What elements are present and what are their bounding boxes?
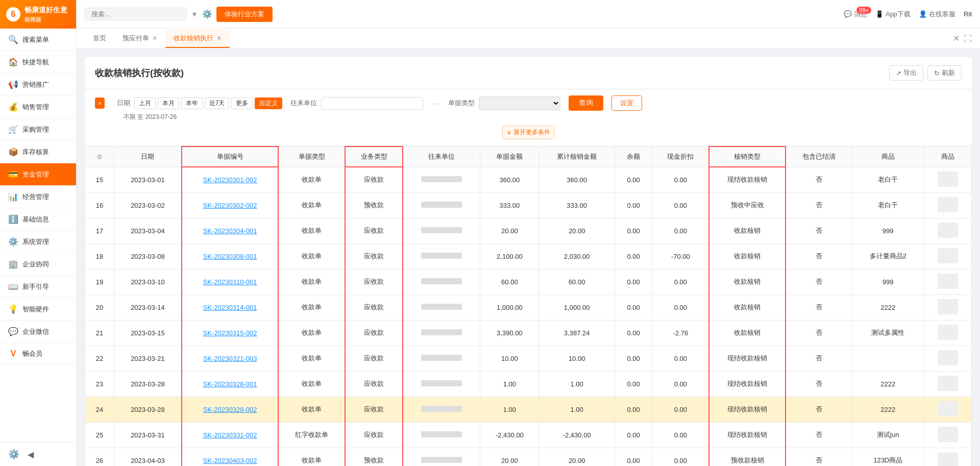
- table-scroll[interactable]: ⚙ 日期 单据编号 单据类型 业务类型 往来单位 单据金额 累计核销金额 余额 …: [85, 146, 972, 466]
- doc-no-link[interactable]: SK-20230403-002: [203, 457, 257, 464]
- th-settings[interactable]: ⚙: [85, 146, 114, 167]
- cell-doc-type: 收款单: [278, 243, 345, 269]
- setting-button[interactable]: 设置: [611, 95, 642, 111]
- filter-doctype-select[interactable]: [479, 96, 560, 110]
- doc-no-link[interactable]: SK-20230304-001: [203, 227, 257, 235]
- expand-conditions-btn[interactable]: ∨ 展开更多条件: [502, 126, 555, 139]
- filter-partner-input[interactable]: [321, 97, 423, 110]
- cell-product1: 999: [852, 269, 924, 295]
- cell-acc-amount: 20.00: [539, 218, 615, 243]
- collapse-arrow[interactable]: »: [95, 97, 105, 109]
- cell-partner: [403, 295, 480, 320]
- sidebar-item-operation[interactable]: 📊 经营管理: [0, 186, 76, 208]
- cell-amount: 360.00: [480, 167, 539, 192]
- doc-no-link[interactable]: SK-20230301-002: [203, 176, 257, 184]
- filter-custom-btn[interactable]: 自定义: [255, 97, 282, 109]
- sidebar-item-enterprise[interactable]: 🏢 企业协同: [0, 253, 76, 276]
- tab-prepay[interactable]: 预应付单 ✕: [114, 30, 165, 48]
- cell-balance: 0.00: [615, 192, 652, 218]
- filter-curr-year-btn[interactable]: 本年: [181, 97, 203, 109]
- cell-no: 17: [85, 218, 114, 243]
- filter-prev-month-btn[interactable]: 上月: [134, 97, 156, 109]
- cell-biz-type: 应收款: [345, 243, 402, 269]
- export-button[interactable]: ↗ 导出: [889, 65, 923, 81]
- doc-no-link[interactable]: SK-20230314-001: [203, 304, 257, 311]
- cell-balance: 0.00: [615, 218, 652, 243]
- tab-home[interactable]: 首页: [85, 30, 114, 48]
- sidebar-item-sales[interactable]: 💰 销售管理: [0, 96, 76, 118]
- sidebar-label-search: 搜索菜单: [22, 35, 49, 44]
- cell-amount: 1.00: [480, 371, 539, 397]
- sidebar-item-quick-nav[interactable]: 🏠 快捷导航: [0, 51, 76, 73]
- table-row: 18 2023-03-08 SK-20230308-001 收款单 应收款 2,…: [85, 243, 972, 269]
- cell-biz-type: 应收款: [345, 167, 402, 192]
- cell-doc-no: SK-20230315-002: [182, 320, 278, 346]
- doc-no-link[interactable]: SK-20230328-002: [203, 406, 257, 413]
- cell-balance: 0.00: [615, 371, 652, 397]
- col-settings-icon[interactable]: ⚙: [96, 153, 103, 161]
- message-badge[interactable]: 💬 消息 99+: [844, 10, 867, 19]
- tabbar-fullscreen-icon[interactable]: ⛶: [964, 34, 972, 43]
- filter-curr-month-btn[interactable]: 本月: [158, 97, 179, 109]
- tab-collection-close[interactable]: ✕: [216, 35, 222, 42]
- operation-icon: 📊: [8, 192, 18, 202]
- sidebar-item-system[interactable]: ⚙️ 系统管理: [0, 231, 76, 253]
- doc-no-link[interactable]: SK-20230321-003: [203, 355, 257, 362]
- th-acc-amount: 累计核销金额: [539, 146, 615, 167]
- doc-no-link[interactable]: SK-20230315-002: [203, 329, 257, 337]
- page-title: 收款核销执行(按收款): [95, 67, 184, 79]
- cell-product1: 999: [852, 218, 924, 243]
- app-download[interactable]: 📱 App下载: [875, 10, 911, 19]
- sidebar-item-marketing[interactable]: 📢 营销推广: [0, 73, 76, 96]
- topbar-search-input[interactable]: [85, 8, 187, 20]
- cell-date: 2023-03-02: [114, 192, 182, 218]
- cell-balance: 0.00: [615, 448, 652, 466]
- cell-balance: 0.00: [615, 397, 652, 422]
- query-button[interactable]: 查询: [569, 95, 603, 111]
- online-service[interactable]: 👤 在线客服: [919, 10, 955, 19]
- cell-discount: 0.00: [652, 422, 709, 448]
- cell-verify-type: 收款核销: [709, 243, 786, 269]
- sidebar-item-hardware[interactable]: 💡 智能硬件: [0, 298, 76, 321]
- sidebar-item-wechat[interactable]: 💬 企业微信: [0, 321, 76, 343]
- sidebar-item-search[interactable]: 🔍 搜索菜单: [0, 29, 76, 51]
- sidebar-item-guide[interactable]: 📖 新手引导: [0, 276, 76, 298]
- cell-acc-amount: 2,030.00: [539, 243, 615, 269]
- sidebar-label-quick-nav: 快捷导航: [22, 58, 49, 67]
- sidebar-settings-icon[interactable]: ⚙️: [8, 449, 19, 460]
- doc-no-link[interactable]: SK-20230310-001: [203, 278, 257, 286]
- message-count: 99+: [856, 7, 871, 14]
- sidebar-item-purchase[interactable]: 🛒 采购管理: [0, 118, 76, 141]
- sidebar-item-finance[interactable]: 💳 资金管理: [0, 163, 76, 186]
- cell-amount: 60.00: [480, 269, 539, 295]
- doc-no-link[interactable]: SK-20230302-002: [203, 202, 257, 209]
- filter-more-btn[interactable]: 更多: [231, 97, 253, 109]
- sidebar-item-inventory[interactable]: 📦 库存核算: [0, 141, 76, 163]
- filter-7days-btn[interactable]: 近7天: [205, 97, 230, 109]
- refresh-button[interactable]: ↻ 刷新: [927, 65, 962, 81]
- cell-product1: 2222: [852, 295, 924, 320]
- cell-doc-type: 收款单: [278, 167, 345, 192]
- doc-no-link[interactable]: SK-20230308-001: [203, 253, 257, 260]
- cell-doc-type: 收款单: [278, 192, 345, 218]
- sidebar-item-vip[interactable]: V 畅会员: [0, 343, 76, 365]
- th-partner: 往来单位: [403, 146, 480, 167]
- filter-area: » 日期 上月 本月 本年 近7天 更多 自定义 往来单位 ·: [85, 89, 972, 146]
- cell-partner: [403, 192, 480, 218]
- doc-no-link[interactable]: SK-20230331-002: [203, 431, 257, 439]
- tab-collection[interactable]: 收款核销执行 ✕: [165, 30, 230, 48]
- sidebar-label-inventory: 库存核算: [22, 148, 49, 157]
- sidebar-item-basic[interactable]: ℹ️ 基础信息: [0, 208, 76, 231]
- topbar-gear-icon[interactable]: ⚙️: [202, 9, 212, 19]
- cell-product2: [924, 422, 972, 448]
- tabbar-close-icon[interactable]: ✕: [953, 34, 960, 43]
- username[interactable]: Rit: [964, 10, 972, 18]
- doc-no-link[interactable]: SK-20230328-001: [203, 380, 257, 388]
- table-row: 15 2023-03-01 SK-20230301-002 收款单 应收款 36…: [85, 167, 972, 192]
- cell-partner: [403, 320, 480, 346]
- sidebar-label-marketing: 营销推广: [22, 80, 49, 89]
- tab-prepay-close[interactable]: ✕: [152, 35, 157, 42]
- sidebar-collapse-icon[interactable]: ◀: [28, 450, 34, 459]
- solution-button[interactable]: 体验行业方案: [216, 7, 273, 22]
- cell-verify-type: 现结收款核销: [709, 422, 786, 448]
